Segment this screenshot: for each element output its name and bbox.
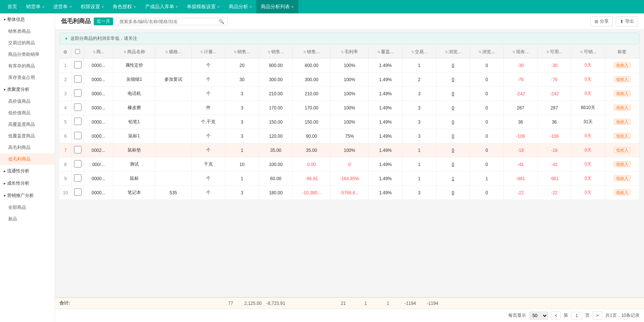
close-icon[interactable]: × — [102, 4, 104, 9]
row-checkbox[interactable] — [74, 174, 81, 182]
filter-tag-button[interactable]: 近一月 — [94, 17, 113, 25]
top-navigation: 首页 销货单 × 进货单 × 权限设置 × 角色授权 × 产成品入库单 × 单据… — [0, 0, 644, 13]
prev-page-button[interactable]: ＜ — [551, 311, 561, 320]
col-current-header[interactable]: ⇅现有... — [504, 46, 538, 58]
row-spec — [155, 58, 191, 73]
row-checkbox[interactable] — [74, 75, 81, 83]
row-checkbox[interactable] — [74, 146, 81, 153]
sidebar-item-stock-products[interactable]: 有库存的商品 — [0, 60, 55, 72]
row-code: 0000... — [84, 101, 113, 115]
sidebar-item-category-rate[interactable]: 商品分类助销率 — [0, 49, 55, 60]
sidebar-item-high-value[interactable]: 高价值商品 — [0, 96, 55, 107]
col-view1-header[interactable]: ⇅浏览... — [436, 46, 470, 58]
col-sellable-header[interactable]: ⇅可销... — [571, 46, 605, 58]
nav-home[interactable]: 首页 — [3, 0, 22, 13]
sidebar-item-sales-products[interactable]: 销售类商品 — [0, 26, 55, 37]
sidebar-group-growth[interactable]: ▸ 成长性分析 — [0, 177, 55, 189]
row-view2: 0 — [470, 101, 504, 115]
sidebar-item-capital[interactable]: 库存资金占用 — [0, 72, 55, 83]
sidebar-item-high-margin[interactable]: 高毛利商品 — [0, 142, 55, 153]
select-all-checkbox[interactable] — [75, 49, 80, 54]
col-available-header[interactable]: ⇅可用... — [537, 46, 571, 58]
nav-sales[interactable]: 销货单 × — [22, 0, 49, 13]
row-view2: 0 — [470, 115, 504, 129]
row-spec: 参加复试 — [155, 73, 191, 87]
row-checkbox-cell — [71, 73, 84, 87]
col-sales1-header[interactable]: ⇅销售... — [225, 46, 259, 58]
nav-template[interactable]: 单据模板设置 × — [182, 0, 224, 13]
sidebar-item-low-value[interactable]: 低价值商品 — [0, 107, 55, 119]
col-coverage-header[interactable]: ⇅覆盖... — [369, 46, 403, 58]
footer-col7: 1 — [355, 301, 377, 306]
nav-purchase[interactable]: 进货单 × — [49, 0, 76, 13]
sidebar-group-marketing[interactable]: ▾ 营销推广分析 — [0, 189, 55, 202]
close-icon[interactable]: × — [42, 4, 44, 9]
col-unit-header[interactable]: ⇅计量... — [191, 46, 225, 58]
close-icon[interactable]: × — [250, 4, 252, 9]
nav-permission[interactable]: 权限设置 × — [76, 0, 108, 13]
row-unit: 件 — [191, 101, 225, 115]
col-margin-header[interactable]: ⇅毛利率 — [330, 46, 369, 58]
per-page-select[interactable]: 50 100 200 — [529, 312, 548, 320]
row-sellable: 0天 — [571, 186, 605, 200]
row-checkbox[interactable] — [74, 118, 81, 125]
row-view1[interactable]: 0 — [436, 101, 470, 115]
share-button[interactable]: ⊞ 分享 — [590, 16, 613, 26]
row-checkbox[interactable] — [74, 160, 81, 168]
row-checkbox[interactable] — [74, 132, 81, 139]
sidebar-item-low-coverage[interactable]: 低覆盖度商品 — [0, 130, 55, 142]
row-num: 9 — [60, 172, 71, 186]
row-sellable: 0天 — [571, 172, 605, 186]
row-view1[interactable]: 0 — [436, 186, 470, 200]
nav-product-entry[interactable]: 产成品入库单 × — [141, 0, 182, 13]
close-icon[interactable]: × — [291, 4, 294, 9]
next-page-button[interactable]: ＞ — [593, 311, 602, 320]
settings-icon[interactable]: ⚙ — [63, 50, 67, 55]
nav-role[interactable]: 角色授权 × — [108, 0, 140, 13]
col-view2-header[interactable]: ⇅浏览... — [470, 46, 504, 58]
row-view1[interactable]: 0 — [436, 143, 470, 157]
sidebar-group-overview[interactable]: ▾ 整体信息 — [0, 13, 55, 26]
close-icon[interactable]: × — [217, 4, 220, 9]
row-view1[interactable]: 1 — [436, 172, 470, 186]
table-row: 2 0000... 吴细细1 参加复试 个 30 300.00 300.00 1… — [60, 73, 640, 87]
col-sales2-header[interactable]: ⇅销售... — [259, 46, 293, 58]
sidebar-group-liquidity[interactable]: ▸ 流通性分析 — [0, 165, 55, 177]
sidebar-item-high-coverage[interactable]: 高覆盖度商品 — [0, 119, 55, 130]
row-checkbox[interactable] — [74, 188, 81, 196]
row-sales1: 30 — [225, 73, 259, 87]
row-current: -22 — [504, 186, 538, 200]
close-icon[interactable]: × — [176, 4, 178, 9]
row-view1[interactable]: 0 — [436, 87, 470, 101]
row-view1[interactable]: 0 — [436, 157, 470, 172]
col-spec-header[interactable]: ⇅规格... — [155, 46, 191, 58]
search-input[interactable] — [119, 19, 219, 24]
col-trade-header[interactable]: ⇅交易... — [402, 46, 436, 58]
close-icon[interactable]: × — [134, 4, 136, 9]
row-view1[interactable]: 0 — [436, 115, 470, 129]
row-checkbox[interactable] — [74, 89, 81, 97]
row-checkbox[interactable] — [74, 103, 81, 111]
col-name-header[interactable]: ⇅商品名称 — [113, 46, 155, 58]
nav-product-analysis[interactable]: 商品分析 × — [224, 0, 256, 13]
sidebar: ▾ 整体信息 销售类商品 交易过的商品 商品分类助销率 有库存的商品 库存资金占… — [0, 13, 55, 322]
table-row: 5 0000... 铅笔1 个,千克 3 150.00 150.00 100% … — [60, 115, 640, 129]
col-sales3-header[interactable]: ⇅销售... — [293, 46, 330, 58]
sidebar-item-all-products[interactable]: 全部商品 — [0, 202, 55, 213]
export-button[interactable]: ⬆ 导出 — [616, 16, 638, 26]
row-checkbox[interactable] — [74, 61, 81, 68]
nav-product-analysis-list[interactable]: 商品分析列表 × — [256, 0, 298, 13]
table-row: 9 0000... 鼠标 个 1 60.00 -98.91 -164.85% 1… — [60, 172, 640, 186]
row-view1[interactable]: 0 — [436, 58, 470, 73]
row-trade: 1 — [402, 157, 436, 172]
sidebar-group-cluster[interactable]: ▾ 类聚度分析 — [0, 83, 55, 96]
col-tag-header[interactable]: 标签 — [605, 46, 639, 58]
row-view1[interactable]: 0 — [436, 129, 470, 143]
sidebar-item-new-products[interactable]: 新品 — [0, 213, 55, 225]
search-icon[interactable]: 🔍 — [219, 19, 224, 24]
close-icon[interactable]: × — [69, 4, 71, 9]
sidebar-item-traded-products[interactable]: 交易过的商品 — [0, 37, 55, 49]
sidebar-item-low-margin[interactable]: 低毛利商品 — [0, 153, 55, 165]
row-view1[interactable]: 0 — [436, 73, 470, 87]
col-code-header[interactable]: ⇅商... — [84, 46, 113, 58]
